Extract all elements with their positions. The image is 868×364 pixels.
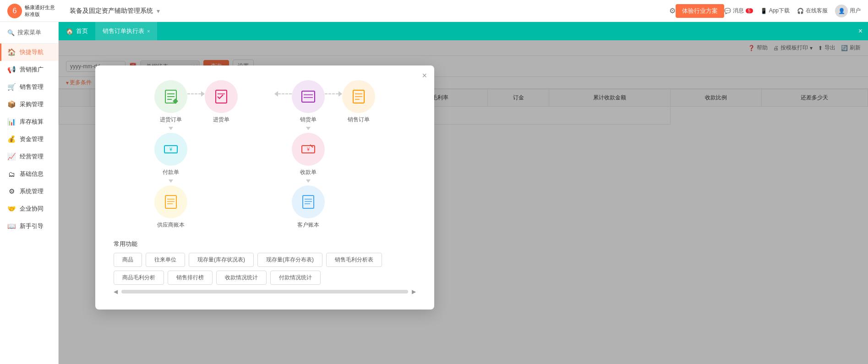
system-title: 装备及固定资产辅助管理系统 ▾: [70, 7, 669, 15]
func-btn-商品毛利分析[interactable]: 商品毛利分析: [114, 271, 164, 285]
headset-icon: 🎧: [797, 8, 804, 14]
sidebar-item-finance[interactable]: 💰 资金管理: [0, 130, 58, 148]
sales-icon: 🛒: [7, 83, 16, 91]
base-info-icon: 🗂: [7, 170, 16, 178]
sales-order-node[interactable]: 销售订单: [342, 80, 375, 124]
modal-scrollbar[interactable]: ◀ ▶: [114, 285, 416, 299]
user-action[interactable]: 👤 用户: [835, 5, 861, 17]
finance-icon: 💰: [7, 135, 16, 143]
message-action[interactable]: 💬 消息 5: [724, 7, 753, 15]
experience-btn[interactable]: 体验行业方案: [676, 4, 724, 18]
purchase-receipt-node[interactable]: 进货单: [205, 80, 238, 124]
message-icon: 💬: [724, 8, 731, 14]
message-badge: 5: [746, 8, 753, 13]
func-btn-销售毛利分析表[interactable]: 销售毛利分析表: [326, 253, 382, 267]
supplier-ledger-node[interactable]: 供应商账本: [154, 185, 187, 229]
sidebar-label-system: 系统管理: [20, 187, 44, 196]
sidebar-item-system[interactable]: ⚙ 系统管理: [0, 183, 58, 200]
sales-receipt-node[interactable]: 销货单: [292, 80, 325, 124]
svg-text:¥: ¥: [169, 147, 172, 152]
func-btn-现存量(库存状况表)[interactable]: 现存量(库存状况表): [189, 253, 254, 267]
enterprise-icon: 🤝: [7, 205, 16, 213]
modal-overlay[interactable]: × 进货订单: [59, 40, 868, 364]
modal-close-btn[interactable]: ×: [422, 71, 427, 81]
quick-nav-icon: 🏠: [7, 48, 16, 56]
online-service-action[interactable]: 🎧 在线客服: [797, 7, 828, 15]
modal-box: × 进货订单: [95, 65, 434, 310]
common-functions-title: 常用功能: [114, 240, 416, 248]
sidebar-label-purchase: 采购管理: [20, 100, 44, 109]
sidebar-item-quick-nav[interactable]: 🏠 快捷导航: [0, 43, 58, 61]
sidebar-item-purchase[interactable]: 📦 采购管理: [0, 96, 58, 113]
svg-rect-7: [165, 196, 176, 208]
func-btn-现存量(库存分布表)[interactable]: 现存量(库存分布表): [257, 253, 322, 267]
app-name: 畅康通好生意 标准版: [25, 4, 55, 17]
sidebar-label-sales: 销售管理: [20, 83, 44, 91]
svg-rect-19: [303, 196, 314, 208]
sidebar-label-newbie: 新手引导: [20, 222, 44, 230]
home-icon: 🏠: [66, 28, 73, 35]
sidebar-label-enterprise: 企业协同: [20, 205, 44, 213]
avatar: 👤: [835, 5, 848, 17]
sidebar-label-finance: 资金管理: [20, 135, 44, 143]
svg-rect-13: [302, 91, 315, 102]
tab-close-all-btn[interactable]: ×: [853, 27, 868, 35]
sidebar-label-quick-nav: 快捷导航: [20, 48, 44, 56]
operation-icon: 📈: [7, 152, 16, 161]
search-menu-btn[interactable]: 🔍 搜索菜单: [4, 26, 55, 39]
func-btn-收款情况统计[interactable]: 收款情况统计: [216, 271, 267, 285]
common-functions-area: 常用功能 商品往来单位现存量(库存状况表)现存量(库存分布表)销售毛利分析表商品…: [114, 240, 416, 285]
tab-sales-order[interactable]: 销售订单执行表 ×: [95, 22, 157, 40]
tab-close-icon[interactable]: ×: [147, 28, 150, 34]
sidebar-item-inventory[interactable]: 📊 库存核算: [0, 113, 58, 130]
system-dropdown-icon[interactable]: ▾: [157, 7, 160, 15]
app-download-action[interactable]: 📱 App下载: [760, 7, 790, 15]
newbie-icon: 📖: [7, 222, 16, 230]
sidebar-label-base-info: 基础信息: [20, 170, 44, 178]
sidebar-label-marketing: 营销推广: [20, 65, 44, 74]
func-btn-销售排行榜[interactable]: 销售排行榜: [168, 271, 213, 285]
payment-node[interactable]: ¥ 付款单: [154, 133, 187, 176]
settings-icon[interactable]: ⚙: [669, 6, 676, 15]
sidebar-item-base-info[interactable]: 🗂 基础信息: [0, 165, 58, 183]
marketing-icon: 📢: [7, 65, 16, 74]
svg-text:¥: ¥: [306, 147, 310, 152]
scroll-right-btn[interactable]: ▶: [412, 288, 416, 295]
app-logo: 6: [7, 4, 22, 18]
customer-ledger-node[interactable]: 客户账本: [292, 185, 325, 229]
inventory-icon: 📊: [7, 118, 16, 126]
sidebar-search-area: 🔍 搜索菜单: [0, 22, 58, 43]
func-btn-往来单位[interactable]: 往来单位: [146, 253, 185, 267]
scroll-track: [121, 290, 408, 293]
sidebar-label-operation: 经营管理: [20, 152, 44, 161]
tab-home[interactable]: 🏠 首页: [59, 22, 95, 40]
phone-icon: 📱: [760, 8, 767, 14]
sidebar-item-sales[interactable]: 🛒 销售管理: [0, 78, 58, 96]
search-icon: 🔍: [7, 29, 15, 36]
sidebar-item-operation[interactable]: 📈 经营管理: [0, 148, 58, 165]
sidebar-item-marketing[interactable]: 📢 营销推广: [0, 61, 58, 78]
sidebar-label-inventory: 库存核算: [20, 118, 44, 126]
sidebar-item-enterprise[interactable]: 🤝 企业协同: [0, 200, 58, 217]
purchase-icon: 📦: [7, 100, 16, 109]
sidebar-item-newbie[interactable]: 📖 新手引导: [0, 217, 58, 235]
func-btn-商品[interactable]: 商品: [114, 253, 142, 267]
receipt-node[interactable]: ¥ 收款单: [292, 133, 325, 176]
system-icon: ⚙: [7, 187, 16, 196]
scroll-left-btn[interactable]: ◀: [114, 288, 118, 295]
purchase-order-node[interactable]: 进货订单: [154, 80, 187, 124]
func-btn-付款情况统计[interactable]: 付款情况统计: [270, 271, 321, 285]
